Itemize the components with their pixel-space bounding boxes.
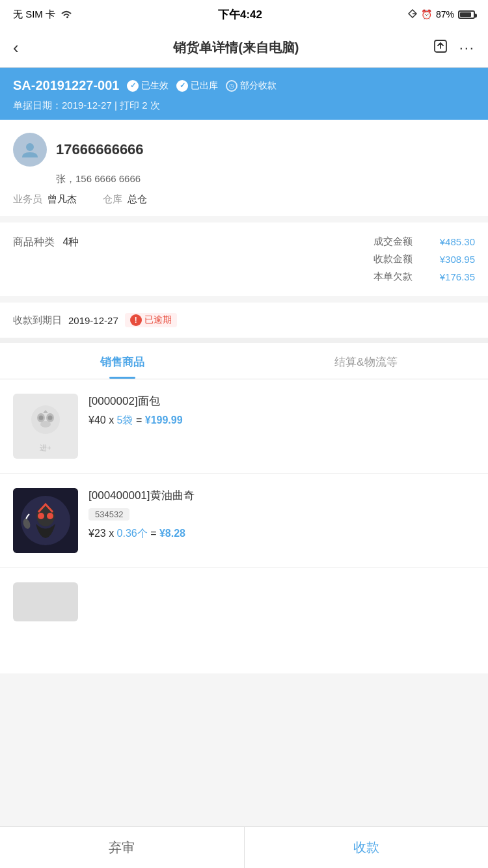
order-banner: SA-20191227-001 ✓ 已生效 ✓ 已出库 ◷ 部分收款 单据日期：… (0, 68, 488, 120)
transaction-label: 成交金额 (373, 236, 413, 248)
back-button[interactable]: ‹ (13, 38, 39, 58)
svg-point-6 (48, 415, 53, 420)
customer-meta: 业务员 曾凡杰 仓库 总仓 (13, 193, 475, 206)
due-section: 收款到期日 2019-12-27 ! 已逾期 (0, 303, 488, 343)
warehouse-value: 总仓 (128, 193, 147, 206)
status-left: 无 SIM 卡 (13, 8, 72, 21)
battery-text: 87% (436, 9, 454, 20)
location-icon (408, 9, 417, 20)
product-price-1: ¥40 x 5袋 = ¥199.99 (88, 414, 475, 427)
due-date: 2019-12-27 (68, 315, 118, 326)
customer-section: 17666666666 张，156 6666 6666 业务员 曾凡杰 仓库 总… (0, 120, 488, 216)
product-total-1: ¥199.99 (145, 414, 183, 426)
badge-partial: ◷ 部分收款 (226, 80, 277, 92)
svg-point-1 (26, 143, 34, 151)
svg-point-11 (38, 513, 44, 519)
badge-effective: ✓ 已生效 (127, 80, 169, 92)
svg-point-2 (31, 405, 60, 434)
balance-row: 本单欠款 ¥176.35 (373, 271, 475, 283)
alarm-icon: ⏰ (421, 9, 432, 20)
tab-sales-products[interactable]: 销售商品 (0, 343, 244, 379)
customer-info: 张，156 6666 6666 (13, 173, 475, 185)
share-button[interactable] (433, 39, 448, 57)
check-icon-1: ✓ (127, 80, 139, 92)
warehouse-item: 仓库 总仓 (103, 193, 147, 206)
product-qty-2: 0.36个 (117, 528, 148, 539)
product-thumb-3 (13, 582, 78, 621)
sales-label: 业务员 (13, 193, 42, 206)
receipt-value: ¥308.95 (423, 254, 475, 265)
nav-actions: ··· (433, 39, 475, 57)
summary-section: 商品种类 4种 成交金额 ¥485.30 收款金额 ¥308.95 本单欠款 ¥… (0, 223, 488, 296)
badge-shipped: ✓ 已出库 (176, 80, 218, 92)
order-banner-top: SA-20191227-001 ✓ 已生效 ✓ 已出库 ◷ 部分收款 (13, 78, 475, 93)
status-bar: 无 SIM 卡 下午4:42 ⏰ 87% (0, 0, 488, 29)
sales-person-item: 业务员 曾凡杰 (13, 193, 77, 206)
cancel-button[interactable]: 弃审 (0, 827, 244, 868)
product-sku-2: 534532 (88, 508, 129, 521)
overdue-icon: ! (130, 314, 142, 326)
confirm-button[interactable]: 收款 (244, 827, 489, 868)
svg-point-5 (39, 415, 44, 420)
product-item-2: [000400001]黄油曲奇 534532 ¥23 x 0.36个 = ¥8.… (0, 474, 488, 568)
product-qty-1: 5袋 (117, 414, 133, 426)
bottom-bar: 弃审 收款 (0, 826, 488, 868)
product-total-2: ¥8.28 (159, 528, 185, 539)
receipt-row: 收款金额 ¥308.95 (373, 253, 475, 265)
carrier-text: 无 SIM 卡 (13, 8, 55, 21)
clock-icon: ◷ (226, 80, 237, 92)
sales-value: 曾凡杰 (47, 193, 77, 206)
summary-left: 商品种类 4种 (13, 236, 79, 283)
product-thumb-2 (13, 488, 78, 553)
transaction-row: 成交金额 ¥485.30 (373, 236, 475, 248)
customer-row: 17666666666 (13, 133, 475, 167)
tabs: 销售商品 结算&物流等 (0, 343, 488, 379)
balance-value: ¥176.35 (423, 271, 475, 282)
thumb-placeholder-1: 进+ (13, 394, 78, 459)
product-name-1: [0000002]面包 (88, 394, 475, 409)
more-button[interactable]: ··· (459, 40, 475, 57)
page-title: 销货单详情(来自电脑) (173, 39, 299, 57)
order-number: SA-20191227-001 (13, 78, 119, 93)
balance-label: 本单欠款 (373, 271, 413, 283)
order-meta: 单据日期：2019-12-27 | 打印 2 次 (13, 100, 475, 112)
nav-bar: ‹ 销货单详情(来自电脑) ··· (0, 29, 488, 68)
product-thumb-1: 进+ (13, 394, 78, 459)
avatar (13, 133, 47, 167)
category-value: 4种 (62, 236, 79, 247)
products-section: 进+ [0000002]面包 ¥40 x 5袋 = ¥199.99 (0, 379, 488, 673)
product-info-2: [000400001]黄油曲奇 534532 ¥23 x 0.36个 = ¥8.… (88, 488, 475, 541)
product-name-2: [000400001]黄油曲奇 (88, 488, 475, 503)
warehouse-label: 仓库 (103, 193, 122, 206)
product-item-1: 进+ [0000002]面包 ¥40 x 5袋 = ¥199.99 (0, 379, 488, 474)
product-price-2: ¥23 x 0.36个 = ¥8.28 (88, 527, 475, 541)
overdue-badge: ! 已逾期 (125, 313, 177, 327)
due-label: 收款到期日 (13, 314, 62, 327)
battery-icon (458, 10, 475, 19)
svg-point-12 (47, 513, 53, 519)
summary-right: 成交金额 ¥485.30 收款金额 ¥308.95 本单欠款 ¥176.35 (373, 236, 475, 283)
customer-id: 17666666666 (56, 141, 144, 158)
receipt-label: 收款金额 (373, 253, 413, 265)
status-right: ⏰ 87% (408, 9, 475, 20)
wifi-icon (61, 10, 72, 19)
overdue-text: 已逾期 (144, 314, 172, 326)
transaction-value: ¥485.30 (423, 236, 475, 247)
svg-point-7 (40, 421, 51, 427)
status-time: 下午4:42 (218, 7, 262, 22)
product-item-3-partial (0, 568, 488, 621)
tab-settlement[interactable]: 结算&物流等 (244, 343, 488, 379)
check-icon-2: ✓ (176, 80, 188, 92)
product-info-1: [0000002]面包 ¥40 x 5袋 = ¥199.99 (88, 394, 475, 427)
